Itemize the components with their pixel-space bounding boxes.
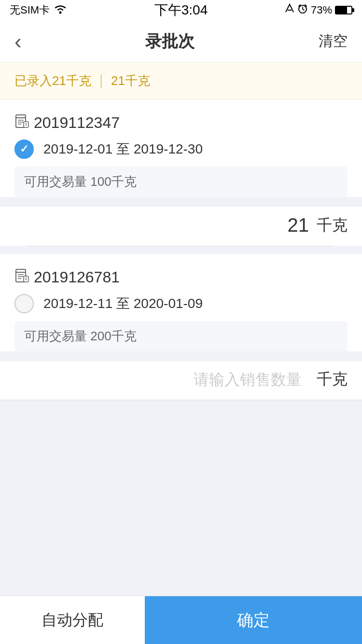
page-title: 录批次 bbox=[145, 30, 195, 53]
quantity-row-1: 21 千克 bbox=[0, 207, 362, 246]
status-right: 73% bbox=[285, 3, 352, 17]
summary-value: 21千克 bbox=[111, 72, 150, 89]
status-left: 无SIM卡 bbox=[10, 3, 67, 17]
section-separator-1 bbox=[0, 246, 362, 254]
summary-label: 已录入21千克 bbox=[14, 72, 91, 89]
svg-point-0 bbox=[59, 12, 62, 14]
quantity-input-row-2[interactable]: 千克 bbox=[0, 361, 362, 400]
batch-date-1: 2019-12-01 至 2019-12-30 bbox=[43, 140, 203, 158]
status-bar: 无SIM卡 下午3:04 73% bbox=[0, 0, 362, 20]
batch-doc-icon-1 bbox=[14, 114, 29, 132]
quantity-unit-1: 千克 bbox=[317, 215, 348, 236]
carrier-label: 无SIM卡 bbox=[10, 3, 50, 17]
batch-id-2: 2019126781 bbox=[34, 268, 120, 286]
auto-distribute-button[interactable]: 自动分配 bbox=[0, 596, 145, 644]
summary-divider bbox=[101, 74, 101, 88]
confirm-button[interactable]: 确定 bbox=[145, 596, 362, 644]
battery-icon bbox=[335, 6, 352, 14]
batch-header-1: 2019112347 bbox=[14, 114, 348, 132]
svg-rect-5 bbox=[24, 276, 28, 282]
batch-card-1: 2019112347 ✓ 2019-12-01 至 2019-12-30 可用交… bbox=[0, 99, 362, 197]
batch-radio-2[interactable] bbox=[14, 294, 34, 313]
available-qty-box-1: 可用交易量 100千克 bbox=[14, 167, 348, 197]
batch-radio-1[interactable]: ✓ bbox=[14, 140, 34, 159]
batch-card-2: 2019126781 2019-12-11 至 2020-01-09 可用交易量… bbox=[0, 254, 362, 351]
empty-content-area bbox=[0, 400, 362, 584]
back-button[interactable]: ‹ bbox=[14, 29, 22, 54]
batch-doc-icon-2 bbox=[14, 268, 29, 286]
batch-date-row-2[interactable]: 2019-12-11 至 2020-01-09 bbox=[14, 294, 348, 313]
available-qty-box-2: 可用交易量 200千克 bbox=[14, 321, 348, 351]
battery-percent: 73% bbox=[311, 4, 332, 16]
batch-date-row-1[interactable]: ✓ 2019-12-01 至 2019-12-30 bbox=[14, 140, 348, 159]
quantity-input-2[interactable] bbox=[14, 371, 309, 389]
svg-rect-3 bbox=[24, 122, 28, 127]
batch-date-2: 2019-12-11 至 2020-01-09 bbox=[43, 294, 203, 313]
bottom-bar: 自动分配 确定 bbox=[0, 596, 362, 644]
batch-id-1: 2019112347 bbox=[34, 114, 120, 132]
alarm-icon bbox=[297, 3, 308, 17]
summary-banner: 已录入21千克 21千克 bbox=[0, 63, 362, 99]
checkmark-icon-1: ✓ bbox=[20, 143, 28, 155]
location-icon bbox=[285, 3, 294, 17]
quantity-unit-2: 千克 bbox=[317, 369, 348, 390]
available-qty-text-2: 可用交易量 200千克 bbox=[24, 329, 137, 343]
wifi-icon bbox=[54, 3, 67, 17]
nav-bar: ‹ 录批次 清空 bbox=[0, 20, 362, 63]
status-time: 下午3:04 bbox=[154, 1, 208, 19]
available-qty-text-1: 可用交易量 100千克 bbox=[24, 174, 137, 189]
quantity-value-1: 21 bbox=[288, 214, 309, 236]
batch-header-2: 2019126781 bbox=[14, 268, 348, 286]
clear-button[interactable]: 清空 bbox=[319, 31, 348, 51]
